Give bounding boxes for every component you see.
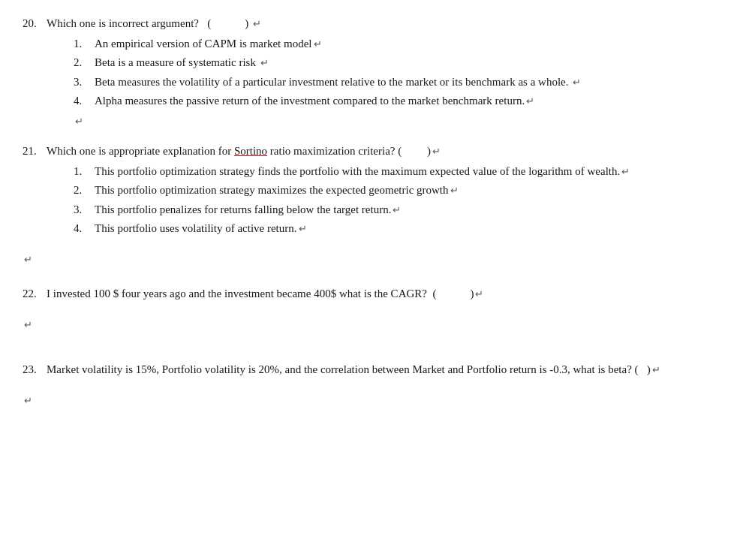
question-20: 20. Which one is incorrect argument? ( )…	[23, 15, 725, 129]
q21-option-4: 4. This portfolio uses volatility of act…	[74, 220, 725, 237]
q22-number: 22.	[23, 285, 47, 303]
q21-opt4-num: 4.	[74, 220, 95, 237]
q21-option-1: 1. This portfolio optimization strategy …	[74, 163, 725, 180]
q21-opt1-num: 1.	[74, 163, 95, 180]
q20-opt1-text: An empirical version of CAPM is market m…	[95, 35, 725, 53]
q21-text: Which one is appropriate explanation for…	[47, 143, 725, 160]
spacer-1	[23, 273, 725, 285]
q20-opt3-num: 3.	[74, 74, 95, 91]
question-23: 23. Market volatility is 15%, Portfolio …	[23, 361, 725, 378]
q20-opt3-text: Beta measures the volatility of a partic…	[95, 74, 725, 91]
q20-text: Which one is incorrect argument? ( ) ↵	[47, 15, 725, 32]
question-21: 21. Which one is appropriate explanation…	[23, 143, 725, 237]
q21-opt3-text: This portfolio penalizes for returns fal…	[95, 201, 725, 218]
q20-opt4-text: Alpha measures the passive return of the…	[95, 92, 725, 110]
q21-opt2-text: This portfolio optimization strategy max…	[95, 182, 725, 199]
spacer-return-2: ↵	[24, 319, 32, 330]
q21-options: 1. This portfolio optimization strategy …	[74, 163, 725, 237]
q20-option-2: 2. Beta is a measure of systematic risk …	[74, 54, 725, 71]
q20-option-4: 4. Alpha measures the passive return of …	[74, 92, 725, 110]
q20-number: 20.	[23, 15, 47, 32]
q20-options: 1. An empirical version of CAPM is marke…	[74, 35, 725, 110]
q23-text: Market volatility is 15%, Portfolio vola…	[47, 361, 725, 378]
trailing-return: ↵	[24, 395, 32, 406]
question-21-line: 21. Which one is appropriate explanation…	[23, 143, 725, 160]
q21-opt3-num: 3.	[74, 201, 95, 218]
q20-return: ↵	[253, 18, 261, 29]
q21-opt2-num: 2.	[74, 182, 95, 199]
q21-option-3: 3. This portfolio penalizes for returns …	[74, 201, 725, 218]
question-20-line: 20. Which one is incorrect argument? ( )…	[23, 15, 725, 32]
q21-opt1-text: This portfolio optimization strategy fin…	[95, 163, 725, 180]
q20-opt4-num: 4.	[74, 92, 95, 110]
q22-text: I invested 100 $ four years ago and the …	[47, 285, 725, 303]
q20-opt2-text: Beta is a measure of systematic risk ↵	[95, 54, 725, 71]
q21-sortino-word: Sortino	[234, 145, 267, 157]
spacer-return-1: ↵	[24, 254, 32, 265]
q20-opt2-num: 2.	[74, 54, 95, 71]
q20-trailing-return: ↵	[75, 116, 83, 127]
question-22-line: 22. I invested 100 $ four years ago and …	[23, 285, 725, 303]
question-23-line: 23. Market volatility is 15%, Portfolio …	[23, 361, 725, 378]
q20-option-1: 1. An empirical version of CAPM is marke…	[74, 35, 725, 53]
spacer-3	[23, 349, 725, 361]
spacer-2	[23, 337, 725, 349]
q23-number: 23.	[23, 361, 47, 378]
page-content: 20. Which one is incorrect argument? ( )…	[23, 15, 725, 408]
q21-opt4-text: This portfolio uses volatility of active…	[95, 220, 725, 237]
question-22: 22. I invested 100 $ four years ago and …	[23, 285, 725, 303]
q20-option-3: 3. Beta measures the volatility of a par…	[74, 74, 725, 91]
q21-number: 21.	[23, 143, 47, 160]
q20-opt1-num: 1.	[74, 35, 95, 53]
q21-option-2: 2. This portfolio optimization strategy …	[74, 182, 725, 199]
